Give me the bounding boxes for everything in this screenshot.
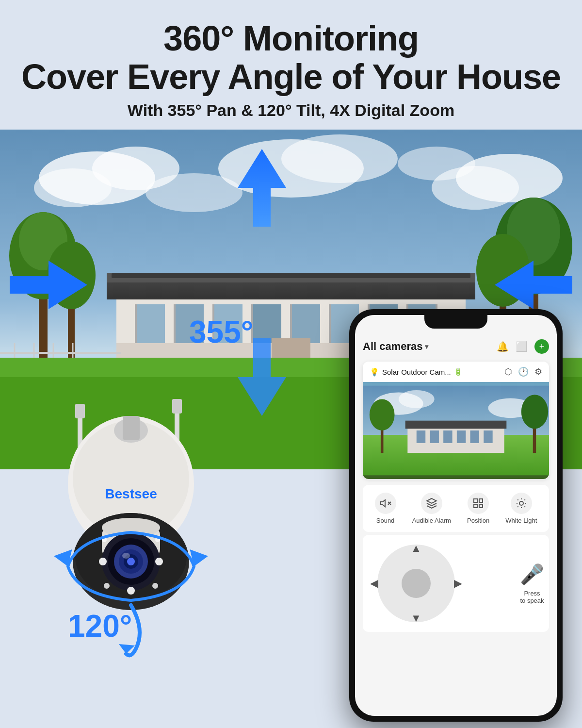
- svg-rect-62: [123, 416, 140, 440]
- app-title-text: All cameras: [363, 340, 423, 353]
- svg-point-87: [399, 390, 435, 408]
- joystick-right-arrow[interactable]: ▶: [454, 577, 462, 590]
- degree-355-label: 355°: [189, 314, 253, 350]
- svg-point-77: [104, 583, 110, 589]
- svg-marker-101: [381, 500, 385, 507]
- svg-rect-105: [479, 499, 483, 502]
- white-light-button[interactable]: White Light: [505, 493, 537, 524]
- svg-rect-106: [474, 504, 477, 508]
- dropdown-arrow-icon[interactable]: ▾: [425, 343, 428, 350]
- arrow-down-svg: [238, 338, 286, 416]
- svg-line-112: [524, 507, 525, 507]
- position-button[interactable]: Position: [467, 493, 489, 524]
- screen-icon[interactable]: ⬜: [516, 341, 528, 352]
- svg-rect-92: [430, 430, 438, 443]
- add-camera-button[interactable]: +: [534, 339, 549, 354]
- arrow-up-svg: [238, 149, 286, 227]
- degree-120-label: 120°: [68, 608, 132, 644]
- svg-point-76: [127, 587, 135, 595]
- svg-rect-15: [136, 304, 165, 343]
- audible-alarm-icon: [421, 493, 442, 514]
- main-scene: Bestsee 355° 120° All c: [0, 130, 582, 728]
- clock-icon[interactable]: 🕐: [518, 366, 529, 377]
- microphone-icon[interactable]: 🎤: [520, 563, 544, 586]
- svg-point-3: [34, 168, 112, 207]
- white-light-label: White Light: [505, 517, 537, 524]
- svg-point-100: [521, 395, 548, 429]
- svg-rect-18: [252, 304, 281, 343]
- audible-alarm-button[interactable]: Audible Alarm: [412, 493, 451, 524]
- control-buttons-row: Sound Audible Alarm: [363, 485, 549, 532]
- svg-point-98: [370, 399, 395, 431]
- svg-line-115: [517, 507, 518, 507]
- phone-screen-inner: All cameras ▾ 🔔 ⬜ + 💡: [355, 315, 557, 716]
- svg-point-8: [146, 173, 242, 212]
- app-header-icons: 🔔 ⬜ +: [497, 339, 549, 354]
- svg-point-74: [99, 558, 107, 565]
- sound-icon: [375, 493, 396, 514]
- mic-area[interactable]: 🎤 Pressto speak: [520, 563, 544, 604]
- bell-icon[interactable]: 🔔: [497, 341, 509, 352]
- svg-point-78: [152, 583, 158, 589]
- svg-rect-93: [443, 430, 452, 443]
- share-icon[interactable]: ⬡: [504, 366, 512, 377]
- svg-rect-90: [405, 421, 507, 429]
- phone-notch: [424, 315, 487, 329]
- camera-card[interactable]: 💡 Solar Outdoor Cam... 🔋 ⬡ 🕐 ⚙: [363, 362, 549, 479]
- svg-rect-58: [172, 399, 182, 414]
- svg-rect-107: [479, 504, 483, 508]
- svg-rect-96: [484, 430, 492, 443]
- svg-rect-19: [291, 304, 320, 343]
- svg-line-116: [524, 500, 525, 500]
- phone-container: All cameras ▾ 🔔 ⬜ + 💡: [349, 309, 563, 722]
- joystick-left-arrow[interactable]: ◀: [370, 577, 378, 590]
- app-title: All cameras ▾: [363, 340, 428, 353]
- joystick-up-arrow[interactable]: ▲: [411, 542, 421, 555]
- position-icon: [468, 493, 489, 514]
- camera-card-icons: ⬡ 🕐 ⚙: [504, 366, 542, 377]
- main-title: 360° Monitoring Cover Every Angle of You…: [10, 19, 572, 96]
- joystick-center: [402, 569, 431, 598]
- joystick[interactable]: ▲ ▼ ◀ ▶: [368, 540, 465, 627]
- svg-rect-56: [75, 404, 85, 418]
- svg-text:Bestsee: Bestsee: [105, 486, 157, 501]
- title-line1: 360° Monitoring: [163, 19, 419, 58]
- white-light-icon: [511, 493, 532, 514]
- svg-marker-51: [238, 149, 286, 227]
- svg-marker-52: [10, 261, 87, 309]
- svg-marker-54: [238, 338, 286, 416]
- svg-point-73: [122, 553, 130, 559]
- joystick-circle: [377, 545, 455, 622]
- joystick-area: ▲ ▼ ◀ ▶ 🎤 Pressto speak: [363, 535, 549, 632]
- joystick-down-arrow[interactable]: ▼: [411, 612, 421, 625]
- battery-icon: 🔋: [454, 368, 462, 376]
- subtitle: With 355° Pan & 120° Tilt, 4X Digital Zo…: [10, 101, 572, 120]
- sound-label: Sound: [376, 517, 395, 524]
- header-section: 360° Monitoring Cover Every Angle of You…: [0, 0, 582, 130]
- svg-point-75: [155, 558, 163, 565]
- camera-preview[interactable]: [363, 382, 549, 479]
- camera-name-text: Solar Outdoor Cam...: [382, 368, 451, 376]
- svg-point-9: [398, 147, 475, 181]
- position-label: Position: [467, 517, 489, 524]
- camera-card-header: 💡 Solar Outdoor Cam... 🔋 ⬡ 🕐 ⚙: [363, 362, 549, 382]
- svg-rect-95: [470, 430, 479, 443]
- svg-line-111: [517, 500, 518, 500]
- svg-rect-104: [474, 499, 477, 502]
- svg-point-108: [519, 501, 523, 505]
- svg-rect-12: [107, 280, 475, 299]
- svg-rect-14: [112, 273, 470, 278]
- sound-button[interactable]: Sound: [375, 493, 396, 524]
- bulb-icon: 💡: [370, 367, 379, 377]
- svg-marker-53: [495, 261, 572, 309]
- phone-body: All cameras ▾ 🔔 ⬜ + 💡: [349, 309, 563, 722]
- title-line2: Cover Every Angle of Your House: [21, 57, 561, 96]
- mic-label: Pressto speak: [520, 590, 544, 604]
- phone-screen: All cameras ▾ 🔔 ⬜ + 💡: [355, 315, 557, 716]
- arrow-left-svg: [10, 261, 87, 309]
- settings-icon[interactable]: ⚙: [534, 366, 542, 377]
- camera-name: 💡 Solar Outdoor Cam... 🔋: [370, 367, 462, 377]
- svg-point-72: [127, 558, 135, 565]
- svg-point-5: [281, 134, 398, 183]
- svg-rect-94: [457, 430, 466, 443]
